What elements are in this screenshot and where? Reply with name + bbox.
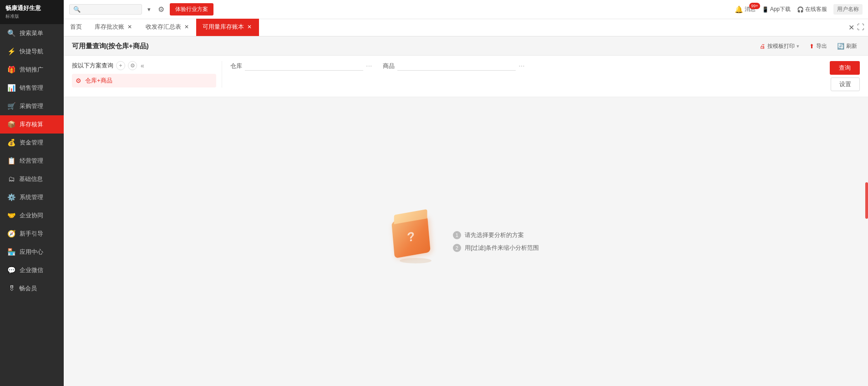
empty-hint-1: 1 请先选择要分析的方案 [453,231,539,239]
empty-shadow [400,258,431,263]
tab-deposit-summary-label: 收发存汇总表 [146,23,181,31]
tab-close-all-button[interactable]: ✕ [848,23,854,32]
empty-illustration [393,219,438,264]
empty-hint-2: 2 用[过滤]条件来缩小分析范围 [453,244,539,252]
sidebar-item-corp[interactable]: 🤝 企业协同 [0,206,64,225]
hint-text-2: 用[过滤]条件来缩小分析范围 [465,244,539,252]
sidebar-item-basic[interactable]: 🗂 基础信息 [0,170,64,188]
warehouse-dots[interactable]: ··· [366,62,372,70]
goods-dots[interactable]: ··· [518,62,524,70]
sidebar-item-wechat[interactable]: 💬 企业微信 [0,261,64,279]
hint-num-2: 2 [453,244,461,252]
sidebar-item-apps[interactable]: 🏪 应用中心 [0,243,64,261]
edit-scheme-button[interactable]: ⚙ [128,61,137,70]
sidebar-item-guide[interactable]: 🧭 新手引导 [0,225,64,243]
sidebar-item-sales[interactable]: 📊 销售管理 [0,79,64,97]
empty-cube [391,216,431,258]
sidebar-scroll: 🔍 搜索菜单 ⚡ 快捷导航 🎁 营销推广 📊 销售管理 🛒 采购管理 📦 库存核… [0,24,64,386]
tab-deposit-summary[interactable]: 收发存汇总表 ✕ [139,19,196,36]
message-button[interactable]: 🔔 消息 99+ [735,5,756,14]
sidebar-item-inventory[interactable]: 📦 库存核算 [0,115,64,134]
collapse-panel-button[interactable]: « [140,62,145,69]
template-print-label: 按模板打印 [767,42,795,50]
sidebar-item-label: 快捷导航 [20,47,43,56]
empty-state: 1 请先选择要分析的方案 2 用[过滤]条件来缩小分析范围 [64,97,868,386]
tab-batch-ledger-close[interactable]: ✕ [127,24,133,30]
scheme-item-warehouse-goods[interactable]: ⚙ 仓库+商品 [72,74,216,87]
tab-available-ledger[interactable]: 可用量库存账本 ✕ [196,19,259,36]
sidebar: 畅康通好生意 标准版 🔍 搜索菜单 ⚡ 快捷导航 🎁 营销推广 📊 销售管理 🛒… [0,0,64,386]
filter-goods: 商品 ··· [383,61,524,71]
tab-deposit-summary-close[interactable]: ✕ [183,24,190,30]
print-dropdown-icon[interactable]: ▾ [797,43,799,49]
topbar: 🔍 ▾ ⚙ 体验行业方案 🔔 消息 99+ 📱 App下载 🎧 在线客服 用户名… [64,0,868,19]
query-actions: 查询 设置 [830,61,860,91]
tab-available-ledger-close[interactable]: ✕ [246,24,253,30]
sidebar-item-system[interactable]: ⚙️ 系统管理 [0,188,64,206]
filter-warehouse: 仓库 ··· [230,61,372,71]
sidebar-item-member[interactable]: 🎖 畅会员 [0,279,64,298]
search-icon: 🔍 [7,29,16,37]
user-name: 用户名称 [837,6,859,12]
lightning-icon: ⚡ [7,47,16,56]
money-icon: 💰 [7,139,16,147]
print-icon: 🖨 [760,43,766,50]
refresh-button[interactable]: 🔄 刷新 [834,41,860,51]
sidebar-item-label: 资金管理 [20,139,43,147]
page-actions: 🖨 按模板打印 ▾ ⬆ 导出 🔄 刷新 [757,41,860,51]
industry-solution-button[interactable]: 体验行业方案 [170,3,213,15]
sidebar-item-search[interactable]: 🔍 搜索菜单 [0,24,64,42]
warehouse-label: 仓库 [230,62,242,70]
scheme-label: 按以下方案查询 [72,62,113,70]
sidebar-item-label: 企业协同 [20,211,43,220]
cart-icon: 🛒 [7,102,16,110]
hint-text-1: 请先选择要分析的方案 [465,231,524,239]
tab-batch-ledger[interactable]: 库存批次账 ✕ [88,19,139,36]
folder-icon: 🗂 [7,175,15,183]
tabs-bar: 首页 库存批次账 ✕ 收发存汇总表 ✕ 可用量库存账本 ✕ ✕ ⛶ [64,19,868,36]
sidebar-item-finance[interactable]: 💰 资金管理 [0,134,64,152]
query-fields: 仓库 ··· 商品 ··· [222,61,830,71]
refresh-label: 刷新 [846,42,857,50]
tab-fullscreen-button[interactable]: ⛶ [857,23,864,31]
page-titlebar: 可用量查询(按仓库+商品) 🖨 按模板打印 ▾ ⬆ 导出 🔄 刷新 [64,36,868,56]
headset-icon: 🎧 [797,6,804,13]
app-tag: 标准版 [5,13,19,20]
online-service-button[interactable]: 🎧 在线客服 [797,5,827,13]
compass-icon: 🧭 [7,230,16,238]
wechat-icon: 💬 [7,266,16,274]
export-button[interactable]: ⬆ 导出 [807,41,830,51]
sidebar-item-label: 新手引导 [20,230,43,238]
sidebar-item-purchase[interactable]: 🛒 采购管理 [0,97,64,115]
template-print-button[interactable]: 🖨 按模板打印 ▾ [757,41,802,51]
sidebar-item-label: 营销推广 [20,66,43,74]
topbar-search-input[interactable] [82,6,128,13]
add-scheme-button[interactable]: + [116,61,125,70]
topbar-dropdown-button[interactable]: ▾ [146,5,152,14]
tabs-right-actions: ✕ ⛶ [848,19,868,36]
sidebar-item-operation[interactable]: 📋 经营管理 [0,152,64,170]
sidebar-item-label: 企业微信 [20,266,43,274]
user-menu[interactable]: 用户名称 [833,4,863,15]
sidebar-item-label: 基础信息 [19,175,43,183]
setting-button[interactable]: 设置 [831,77,860,91]
query-scheme-header: 按以下方案查询 + ⚙ « [72,61,216,70]
right-scrollbar [865,182,868,219]
app-download-label: App下载 [770,5,791,13]
phone-icon: 📱 [762,6,769,13]
goods-input[interactable] [397,61,516,71]
bell-icon: 🔔 [735,5,743,14]
warehouse-input[interactable] [245,61,363,71]
app-download-button[interactable]: 📱 App下载 [762,5,791,13]
tab-home[interactable]: 首页 [64,19,88,36]
query-button[interactable]: 查询 [830,61,860,75]
chart-icon: 📊 [7,84,16,92]
topbar-gear-icon[interactable]: ⚙ [156,4,166,15]
scheme-item-icon: ⚙ [76,77,81,84]
sidebar-item-marketing[interactable]: 🎁 营销推广 [0,61,64,79]
gear-icon: ⚙️ [7,193,16,201]
sidebar-item-label: 系统管理 [20,193,43,201]
handshake-icon: 🤝 [7,211,16,220]
sidebar-item-shortcut[interactable]: ⚡ 快捷导航 [0,42,64,61]
sidebar-item-label: 经营管理 [20,157,43,165]
